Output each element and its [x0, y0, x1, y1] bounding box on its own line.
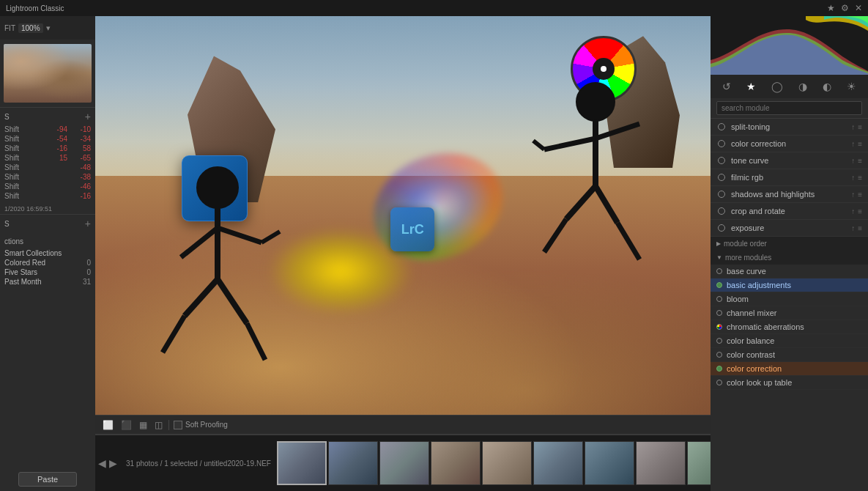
section2-header[interactable]: S +: [4, 218, 91, 229]
view-toolbar: ⬜ ⬛ ▦ ◫ Soft Proofing: [95, 415, 711, 434]
main-layout: FIT 100% ▾ S + Shift -94 -10 Shift: [0, 16, 868, 491]
module-split-toning[interactable]: split-toning ↑ ≡: [711, 119, 868, 136]
adjust-icon[interactable]: ◐: [823, 81, 831, 92]
sliders-label: S: [4, 113, 10, 121]
module-status-dot: [716, 324, 722, 330]
slider-values: -46: [70, 182, 91, 191]
module-toggle-icon: [716, 122, 727, 132]
module-up-btn[interactable]: ↑: [851, 224, 855, 232]
collection-smart[interactable]: Smart Collections: [4, 248, 91, 258]
slider-val2: -16: [70, 192, 91, 200]
filmstrip-prev-btn[interactable]: ◀: [98, 457, 106, 469]
film-thumb-5[interactable]: [482, 441, 532, 485]
slider-val2: -34: [70, 135, 91, 143]
film-thumb-2[interactable]: [328, 441, 378, 485]
module-menu-btn[interactable]: ≡: [858, 157, 862, 165]
more-module-chromatic-aberrations[interactable]: chromatic aberrations: [711, 320, 868, 334]
star-icon[interactable]: ★: [827, 3, 835, 13]
svg-line-17: [544, 219, 566, 252]
more-module-color-correction[interactable]: color correction: [711, 362, 868, 376]
svg-line-2: [218, 228, 261, 243]
collection-five-stars[interactable]: Five Stars 0: [4, 267, 91, 277]
module-tone-curve[interactable]: tone curve ↑ ≡: [711, 152, 868, 169]
film-thumb-4[interactable]: [431, 441, 481, 485]
module-menu-btn[interactable]: ≡: [858, 224, 862, 232]
view-split-btn[interactable]: ◫: [153, 418, 164, 432]
module-color-correction[interactable]: color correction ↑ ≡: [711, 136, 868, 152]
film-thumb-1[interactable]: [277, 441, 327, 485]
paste-button[interactable]: Paste: [18, 472, 77, 487]
more-module-base-curve[interactable]: base curve: [711, 265, 868, 278]
module-crop-rotate[interactable]: crop and rotate ↑ ≡: [711, 203, 868, 220]
exposure-tool-icon[interactable]: ☀: [847, 81, 856, 92]
add-section2-icon[interactable]: +: [85, 218, 91, 229]
more-module-channel-mixer[interactable]: channel mixer: [711, 306, 868, 320]
history-icon[interactable]: ↺: [722, 81, 731, 92]
slider-values: -48: [70, 163, 91, 171]
collection-colored-red[interactable]: Colored Red 0: [4, 258, 91, 267]
search-module-input[interactable]: [716, 101, 862, 115]
module-menu-btn[interactable]: ≡: [858, 191, 862, 199]
soft-proofing-checkbox[interactable]: [174, 421, 182, 429]
more-module-color-balance[interactable]: color balance: [711, 334, 868, 348]
collection-count: 31: [83, 278, 91, 286]
module-circle: [718, 207, 725, 215]
slider-row-7: Shift -46: [4, 182, 91, 191]
film-thumb-3[interactable]: [379, 441, 429, 485]
more-module-color-lookup-table[interactable]: color look up table: [711, 376, 868, 390]
more-module-basic-adjustments[interactable]: basic adjustments: [711, 278, 868, 292]
film-thumb-9[interactable]: [687, 441, 711, 485]
module-filmic-rgb[interactable]: filmic rgb ↑ ≡: [711, 169, 868, 186]
thumb-img: [585, 442, 634, 484]
sliders-header[interactable]: S +: [4, 111, 91, 122]
slider-values: -16: [70, 192, 91, 200]
film-thumb-8[interactable]: [636, 441, 686, 485]
soft-proofing-toggle[interactable]: Soft Proofing: [174, 421, 228, 429]
close-icon[interactable]: ✕: [855, 3, 862, 13]
module-up-btn[interactable]: ↑: [851, 123, 855, 131]
module-order-divider[interactable]: ▶ module order: [711, 237, 868, 251]
collections-header[interactable]: ctions: [4, 237, 91, 246]
module-menu-btn[interactable]: ≡: [858, 123, 862, 131]
module-up-btn[interactable]: ↑: [851, 140, 855, 148]
module-name: exposure: [731, 224, 764, 232]
add-sliders-icon[interactable]: +: [85, 111, 91, 122]
filmstrip-next-btn[interactable]: ▶: [109, 457, 117, 469]
zoom-toolbar: FIT 100% ▾: [0, 16, 95, 40]
circle-icon[interactable]: ◯: [771, 81, 783, 92]
module-up-btn[interactable]: ↑: [851, 157, 855, 165]
module-actions: ↑ ≡: [851, 157, 862, 165]
module-shadows-highlights[interactable]: shadows and highlights ↑ ≡: [711, 186, 868, 203]
module-up-btn[interactable]: ↑: [851, 191, 855, 199]
module-menu-btn[interactable]: ≡: [858, 140, 862, 148]
image-viewer[interactable]: LrC LrC: [95, 16, 711, 415]
more-module-bloom[interactable]: bloom: [711, 292, 868, 306]
view-normal-btn[interactable]: ⬜: [101, 418, 115, 432]
more-module-color-contrast[interactable]: color contrast: [711, 348, 868, 362]
svg-line-5: [218, 279, 247, 323]
star-tool-icon[interactable]: ★: [746, 81, 756, 92]
more-modules-divider[interactable]: ▼ more modules: [711, 251, 868, 265]
module-menu-btn[interactable]: ≡: [858, 207, 862, 215]
module-menu-btn[interactable]: ≡: [858, 174, 862, 182]
zoom-value[interactable]: 100%: [18, 23, 43, 33]
zoom-down-btn[interactable]: ▾: [46, 23, 51, 33]
half-circle-icon[interactable]: ◑: [798, 81, 807, 92]
module-name: chromatic aberrations: [727, 322, 804, 331]
view-compare-btn[interactable]: ⬛: [119, 418, 133, 432]
module-name: bloom: [727, 295, 749, 303]
histogram-svg: [711, 16, 868, 75]
main-thumbnail[interactable]: [4, 44, 92, 103]
svg-line-3: [261, 232, 280, 243]
module-order-label: module order: [724, 240, 767, 248]
module-exposure[interactable]: exposure ↑ ≡: [711, 220, 868, 237]
film-thumb-7[interactable]: [585, 441, 634, 485]
film-thumb-6[interactable]: [533, 441, 583, 485]
module-up-btn[interactable]: ↑: [851, 207, 855, 215]
section2-label: S: [4, 220, 10, 228]
slider-val2: -48: [70, 163, 91, 171]
module-up-btn[interactable]: ↑: [851, 174, 855, 182]
collection-past-month[interactable]: Past Month 31: [4, 277, 91, 287]
settings-icon[interactable]: ⚙: [841, 3, 849, 13]
view-grid-btn[interactable]: ▦: [138, 418, 149, 432]
